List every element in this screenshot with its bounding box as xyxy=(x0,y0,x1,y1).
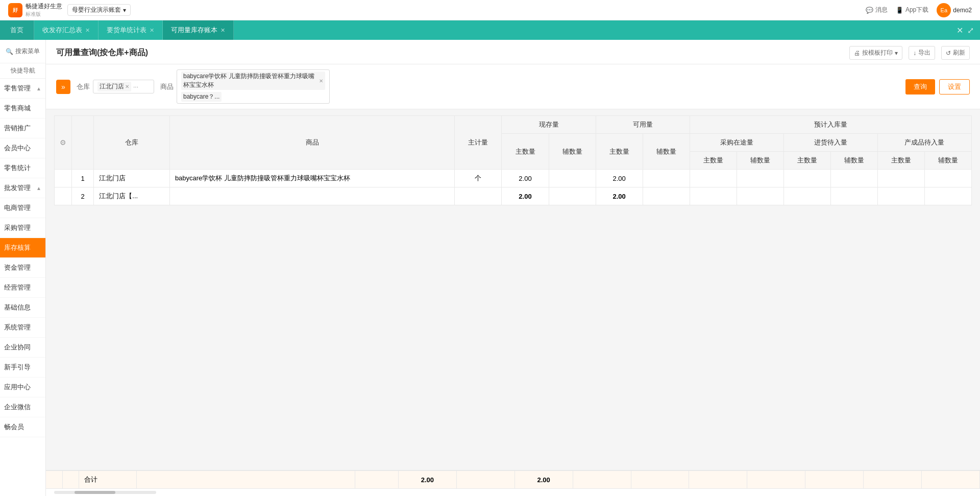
nav-maximize-btn[interactable]: ⤢ xyxy=(967,26,974,35)
table-row: 2 江北门店【... 2.00 2.00 xyxy=(55,187,972,205)
industry-selector[interactable]: 母婴行业演示账套 ▾ xyxy=(67,4,131,16)
message-label: 消息 xyxy=(875,6,888,14)
col-settings-header: ⚙ xyxy=(55,116,72,170)
tab-order-close[interactable]: ✕ xyxy=(150,27,154,34)
sidebar-item-marketing[interactable]: 营销推广 xyxy=(0,119,45,138)
sidebar-item-members[interactable]: 会员中心 xyxy=(0,138,45,158)
tab-available-label: 可用量库存账本 xyxy=(171,26,217,35)
cell-unit xyxy=(455,187,502,205)
top-bar-left: 好 畅捷通好生意 标准版 母婴行业演示账套 ▾ xyxy=(8,2,131,18)
sidebar-item-label: 会员中心 xyxy=(4,144,31,153)
filter-actions: 查询 设置 xyxy=(905,79,970,95)
app-name: 畅捷通好生意 xyxy=(26,2,62,11)
tab-receipt-close[interactable]: ✕ xyxy=(85,27,90,34)
scroll-track[interactable] xyxy=(54,491,156,494)
sidebar-item-operations[interactable]: 经营管理 xyxy=(0,278,45,298)
footer-cell-empty1 xyxy=(46,471,62,488)
col-production-main-header: 主数量 xyxy=(877,152,924,170)
query-button[interactable]: 查询 xyxy=(905,79,935,95)
main-layout: 🔍 搜索菜单 快捷导航 零售管理 ▲ 零售商城 营销推广 会员中心 零售统计 批… xyxy=(0,40,980,496)
product-filter-label: 商品 xyxy=(160,82,174,91)
logo-text-block: 畅捷通好生意 标准版 xyxy=(26,2,62,18)
sidebar-item-finance[interactable]: 资金管理 xyxy=(0,258,45,278)
sidebar-item-online-store[interactable]: 零售商城 xyxy=(0,99,45,119)
sidebar-item-enterprise[interactable]: 企业协同 xyxy=(0,338,45,358)
user-area[interactable]: Ea demo2 xyxy=(937,3,972,17)
cell-product xyxy=(169,187,455,205)
nav-close-btn[interactable]: ✕ xyxy=(957,26,963,35)
tab-available-close[interactable]: ✕ xyxy=(220,27,225,34)
sidebar-quick-nav[interactable]: 快捷导航 xyxy=(0,63,45,79)
cell-production-aux xyxy=(924,170,971,187)
cell-product: babycare学饮杯 儿童防摔防撞吸管杯重力球吸嘴杯宝宝水杯 xyxy=(169,170,455,187)
sidebar-item-label: 零售管理 xyxy=(4,84,31,93)
sidebar-search-area: 🔍 搜索菜单 xyxy=(0,40,45,63)
tab-order-stats[interactable]: 要货单统计表 ✕ xyxy=(99,20,163,40)
tab-available-stock[interactable]: 可用量库存账本 ✕ xyxy=(163,20,234,40)
warehouse-more-dots[interactable]: ··· xyxy=(133,83,138,90)
footer-production-aux xyxy=(921,471,979,488)
sidebar-item-label: 系统管理 xyxy=(4,323,31,332)
col-rownum-header xyxy=(72,116,94,170)
table-settings-icon[interactable]: ⚙ xyxy=(60,138,66,147)
tab-home[interactable]: 首页 xyxy=(0,20,34,40)
refresh-button[interactable]: ↺ 刷新 xyxy=(941,46,970,60)
sidebar-item-system[interactable]: 系统管理 xyxy=(0,318,45,338)
sidebar-item-label: 电商管理 xyxy=(4,203,31,212)
footer-product-empty xyxy=(137,471,355,488)
export-label: 导出 xyxy=(918,49,930,57)
sidebar-item-guide[interactable]: 新手引导 xyxy=(0,358,45,377)
sidebar-item-label: 企业协同 xyxy=(4,343,31,352)
sidebar-item-enterprise-wechat[interactable]: 企业微信 xyxy=(0,397,45,417)
cell-production-main xyxy=(877,170,924,187)
sidebar-item-label: 经营管理 xyxy=(4,283,31,292)
tab-home-label: 首页 xyxy=(10,26,23,35)
warehouse-filter-tags[interactable]: 江北门店 ✕ ··· xyxy=(93,80,154,93)
sidebar-item-label: 营销推广 xyxy=(4,124,31,133)
product-filter-tags[interactable]: babycare学饮杯 儿童防摔防撞吸管杯重力球吸嘴杯宝宝水杯 ✕ babyca… xyxy=(177,69,330,104)
col-inbound-main-header: 主数量 xyxy=(783,152,830,170)
warehouse-tag-close[interactable]: ✕ xyxy=(125,84,129,89)
sidebar-item-vip[interactable]: 畅会员 xyxy=(0,417,45,437)
footer-cell-empty2 xyxy=(62,471,79,488)
scroll-thumb[interactable] xyxy=(75,491,115,494)
col-production-aux-header: 辅数量 xyxy=(924,152,971,170)
top-bar: 好 畅捷通好生意 标准版 母婴行业演示账套 ▾ 💬 消息 📱 App下载 Ea … xyxy=(0,0,980,20)
scroll-bar-area xyxy=(46,488,980,496)
sidebar-item-retail-stats[interactable]: 零售统计 xyxy=(0,158,45,178)
phone-icon: 📱 xyxy=(896,7,903,14)
logo-area: 好 畅捷通好生意 标准版 xyxy=(8,2,62,18)
settings-button[interactable]: 设置 xyxy=(939,79,970,95)
search-menu-button[interactable]: 🔍 搜索菜单 xyxy=(4,44,41,59)
template-print-button[interactable]: 🖨 按模板打印 ▾ xyxy=(849,46,902,60)
table-footer: 合计 2.00 2.00 xyxy=(46,470,980,496)
table-container: ⚙ 仓库 商品 主计量 现存量 可用量 预计入库量 主数量 辅数量 主数量 xyxy=(46,109,980,470)
message-action[interactable]: 💬 消息 xyxy=(866,6,888,14)
cell-avail-main: 2.00 xyxy=(596,187,643,205)
cell-inbound-aux xyxy=(830,187,877,205)
search-menu-label: 搜索菜单 xyxy=(15,47,40,56)
export-button[interactable]: ↓ 导出 xyxy=(909,46,935,60)
footer-inbound-aux xyxy=(805,471,864,488)
app-download-action[interactable]: 📱 App下载 xyxy=(896,6,928,14)
tab-receipt-summary[interactable]: 收发存汇总表 ✕ xyxy=(34,20,99,40)
sidebar-item-wholesale[interactable]: 批发管理 ▲ xyxy=(0,178,45,198)
footer-unit-empty xyxy=(355,471,398,488)
col-purchase-group-header: 采购在途量 xyxy=(690,134,783,152)
product-tag-close[interactable]: ✕ xyxy=(319,78,323,84)
warehouse-filter-group: 仓库 江北门店 ✕ ··· xyxy=(77,80,154,93)
col-available-group-header: 可用量 xyxy=(596,116,690,134)
filter-toggle-button[interactable]: » xyxy=(56,80,70,94)
sidebar-item-zero-sales[interactable]: 零售管理 ▲ xyxy=(0,79,45,99)
cell-warehouse: 江北门店【... xyxy=(94,187,170,205)
sidebar-item-purchasing[interactable]: 采购管理 xyxy=(0,218,45,238)
double-arrow-icon: » xyxy=(61,83,65,91)
sidebar-item-app-center[interactable]: 应用中心 xyxy=(0,377,45,397)
sidebar-item-ecommerce[interactable]: 电商管理 xyxy=(0,198,45,218)
sidebar-item-inventory[interactable]: 库存核算 xyxy=(0,238,45,258)
cell-avail-aux xyxy=(643,170,690,187)
export-icon: ↓ xyxy=(913,50,916,57)
tab-order-label: 要货单统计表 xyxy=(107,26,146,35)
cell-stock-aux xyxy=(549,170,596,187)
sidebar-item-basic-info[interactable]: 基础信息 xyxy=(0,298,45,318)
